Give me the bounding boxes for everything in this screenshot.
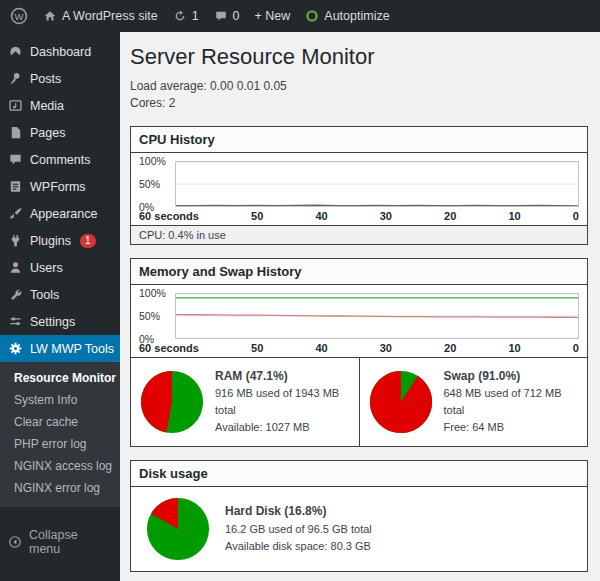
sidebar-item-label: Settings <box>30 315 75 329</box>
cpu-chart-y-axis: 100%50%0% <box>139 161 175 207</box>
disk-panel-title: Disk usage <box>131 461 587 487</box>
sidebar-item-users[interactable]: Users <box>0 254 120 281</box>
page-title: Server Resource Monitor <box>130 44 588 70</box>
main-content: Server Resource Monitor Load average: 0.… <box>120 32 600 581</box>
cpu-usage-status: CPU: 0.4% in use <box>131 225 587 244</box>
pushpin-icon <box>8 71 23 86</box>
sidebar-item-plugins[interactable]: Plugins 1 <box>0 227 120 254</box>
plugin-icon <box>8 233 23 248</box>
cpu-chart-x-axis: 60 seconds50403020100 <box>139 207 579 222</box>
site-name-link[interactable]: A WordPress site <box>43 9 158 23</box>
sidebar-item-label: LW MWP Tools <box>30 342 114 356</box>
submenu-item-nginx-access-log[interactable]: NGINX access log <box>0 455 120 477</box>
memory-panel-title: Memory and Swap History <box>131 259 587 285</box>
page-icon <box>8 125 23 140</box>
admin-bar: W A WordPress site 1 0 + New Autoptimize <box>0 0 600 32</box>
sidebar-item-label: Users <box>30 261 63 275</box>
ram-available-text: Available: 1027 MB <box>215 419 351 436</box>
submenu-item-system-info[interactable]: System Info <box>0 389 120 411</box>
sidebar-item-label: Posts <box>30 72 61 86</box>
sidebar-item-label: Comments <box>30 153 90 167</box>
memory-chart-y-axis: 100%50%0% <box>139 293 175 339</box>
new-content-label: + New <box>255 9 291 23</box>
collapse-arrow-icon <box>8 535 22 549</box>
ram-pie-chart <box>139 369 205 435</box>
admin-sidebar: Dashboard Posts Media Pages Comments WPF… <box>0 32 120 581</box>
wordpress-logo-button[interactable]: W <box>10 7 28 25</box>
ram-usage-cell: RAM (47.1%) 916 MB used of 1943 MB total… <box>131 358 359 446</box>
dashboard-icon <box>8 44 23 59</box>
swap-pie-chart <box>368 369 434 435</box>
comments-icon <box>8 152 23 167</box>
sidebar-item-appearance[interactable]: Appearance <box>0 200 120 227</box>
sidebar-item-settings[interactable]: Settings <box>0 308 120 335</box>
comment-bubble-icon <box>214 9 228 23</box>
gear-icon <box>8 341 23 356</box>
media-icon <box>8 98 23 113</box>
home-icon <box>43 9 57 23</box>
disk-pie-chart <box>145 496 211 562</box>
submenu-item-nginx-error-log[interactable]: NGINX error log <box>0 477 120 499</box>
ram-usage-title: RAM (47.1%) <box>215 367 351 386</box>
sidebar-item-comments[interactable]: Comments <box>0 146 120 173</box>
autoptimize-menu[interactable]: Autoptimize <box>305 9 389 23</box>
lw-mwp-tools-submenu: Resource Monitor System Info Clear cache… <box>0 362 120 507</box>
form-icon <box>8 179 23 194</box>
sidebar-item-dashboard[interactable]: Dashboard <box>0 38 120 65</box>
cpu-panel-title: CPU History <box>131 127 587 153</box>
comments-count: 0 <box>233 9 240 23</box>
autoptimize-icon <box>305 9 319 23</box>
plugins-update-badge: 1 <box>80 234 96 248</box>
sidebar-item-label: Plugins <box>30 234 71 248</box>
sidebar-item-lw-mwp-tools[interactable]: LW MWP Tools <box>0 335 120 362</box>
memory-chart-plot <box>175 293 579 339</box>
ram-used-text: 916 MB used of 1943 MB total <box>215 385 351 419</box>
sidebar-item-pages[interactable]: Pages <box>0 119 120 146</box>
cpu-history-panel: CPU History 100%50%0% 60 seconds50403020… <box>130 126 588 245</box>
submenu-item-resource-monitor[interactable]: Resource Monitor <box>0 367 120 389</box>
swap-usage-title: Swap (91.0%) <box>444 367 580 386</box>
swap-usage-cell: Swap (91.0%) 648 MB used of 712 MB total… <box>359 358 588 446</box>
brush-icon <box>8 206 23 221</box>
sidebar-item-media[interactable]: Media <box>0 92 120 119</box>
memory-history-chart: 100%50%0% 60 seconds50403020100 <box>131 285 587 357</box>
collapse-menu-label: Collapse menu <box>29 528 112 556</box>
disk-usage-panel: Disk usage Hard Disk (16.8%) 16.2 GB use… <box>130 460 588 572</box>
memory-swap-panel: Memory and Swap History 100%50%0% 60 sec… <box>130 258 588 447</box>
sidebar-item-label: WPForms <box>30 180 86 194</box>
user-icon <box>8 260 23 275</box>
memory-chart-x-axis: 60 seconds50403020100 <box>139 339 579 354</box>
sidebar-item-label: Appearance <box>30 207 97 221</box>
wrench-icon <box>8 287 23 302</box>
collapse-menu-button[interactable]: Collapse menu <box>0 521 120 563</box>
new-content-button[interactable]: + New <box>255 9 291 23</box>
autoptimize-label: Autoptimize <box>324 9 389 23</box>
wordpress-logo-icon: W <box>10 7 28 25</box>
site-name-label: A WordPress site <box>62 9 158 23</box>
swap-used-text: 648 MB used of 712 MB total <box>444 385 580 419</box>
disk-used-text: 16.2 GB used of 96.5 GB total <box>225 521 372 538</box>
cpu-chart-plot <box>175 161 579 207</box>
sidebar-item-label: Pages <box>30 126 65 140</box>
sidebar-item-tools[interactable]: Tools <box>0 281 120 308</box>
svg-text:W: W <box>14 11 23 22</box>
update-icon <box>173 9 187 23</box>
sidebar-item-label: Media <box>30 99 64 113</box>
updates-link[interactable]: 1 <box>173 9 199 23</box>
sliders-icon <box>8 314 23 329</box>
sidebar-item-posts[interactable]: Posts <box>0 65 120 92</box>
updates-count: 1 <box>192 9 199 23</box>
sidebar-item-label: Dashboard <box>30 45 91 59</box>
submenu-item-clear-cache[interactable]: Clear cache <box>0 411 120 433</box>
disk-available-text: Available disk space: 80.3 GB <box>225 538 372 555</box>
cpu-history-chart: 100%50%0% 60 seconds50403020100 <box>131 153 587 225</box>
swap-free-text: Free: 64 MB <box>444 419 580 436</box>
disk-usage-title: Hard Disk (16.8%) <box>225 502 372 521</box>
cores-text: Cores: 2 <box>130 95 588 112</box>
comments-link[interactable]: 0 <box>214 9 240 23</box>
submenu-item-php-error-log[interactable]: PHP error log <box>0 433 120 455</box>
sidebar-item-label: Tools <box>30 288 59 302</box>
sidebar-item-wpforms[interactable]: WPForms <box>0 173 120 200</box>
load-average-text: Load average: 0.00 0.01 0.05 <box>130 78 588 95</box>
